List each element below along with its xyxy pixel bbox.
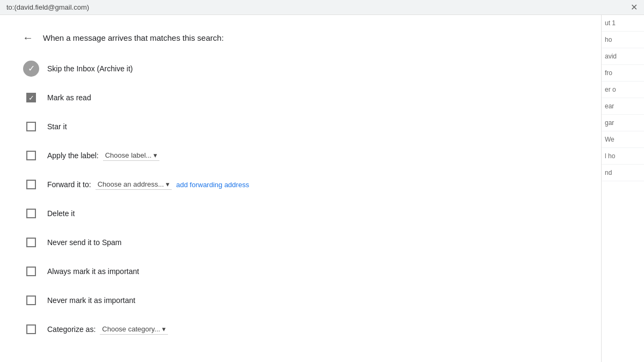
categorize-row: Categorize as: Choose category... ▾: [47, 324, 168, 335]
checkbox-mark-as-read[interactable]: ✓: [26, 93, 36, 102]
snippet-item: We: [602, 131, 644, 148]
dialog-header: ← When a message arrives that matches th…: [21, 31, 580, 44]
apply-label-row: Apply the label: Choose label... ▾: [47, 150, 159, 161]
choose-category-dropdown[interactable]: Choose category... ▾: [100, 324, 168, 335]
snippet-item: er o: [602, 82, 644, 98]
right-snippets-panel: ut 1 ho avid fro er o ear gar We l ho nd: [601, 15, 644, 362]
choose-category-text: Choose category...: [102, 325, 160, 333]
top-bar: to:(david.field@gmail.com) ✕: [0, 0, 644, 15]
option-label-star-it: Star it: [47, 122, 67, 131]
snippet-item: fro: [602, 65, 644, 82]
dropdown-arrow-icon: ▾: [166, 180, 170, 188]
checkbox-forward[interactable]: [26, 180, 36, 189]
checkbox-never-spam[interactable]: [26, 238, 36, 247]
checkbox-wrapper-mark-as-read: ✓: [21, 88, 41, 107]
checkbox-never-important[interactable]: [26, 295, 36, 305]
back-button[interactable]: ←: [21, 31, 34, 44]
option-label-never-important: Never mark it as important: [47, 296, 135, 305]
filter-option-forward: Forward it to: Choose an address... ▾ ad…: [21, 175, 580, 194]
option-label-forward: Forward it to:: [47, 180, 91, 189]
snippet-item: nd: [602, 165, 644, 181]
dialog-title: When a message arrives that matches this…: [43, 33, 224, 42]
option-label-mark-as-read: Mark as read: [47, 93, 91, 102]
filter-option-star-it: Star it: [21, 117, 580, 136]
filter-option-never-spam: Never send it to Spam: [21, 233, 580, 252]
filter-option-mark-as-read: ✓ Mark as read: [21, 88, 580, 107]
snippet-item: l ho: [602, 148, 644, 165]
checkbox-wrapper-apply-label: [21, 146, 41, 165]
option-label-categorize: Categorize as:: [47, 325, 96, 334]
checkbox-wrapper-delete: [21, 204, 41, 223]
choose-label-dropdown[interactable]: Choose label... ▾: [103, 150, 160, 161]
checkmark-icon: ✓: [28, 94, 34, 101]
checkbox-star-it[interactable]: [26, 122, 36, 131]
snippet-item: avid: [602, 48, 644, 65]
checkbox-categorize[interactable]: [26, 324, 36, 334]
checkbox-wrapper-always-important: [21, 262, 41, 281]
checkbox-wrapper-skip-inbox: ✓: [21, 59, 41, 78]
option-label-delete: Delete it: [47, 209, 75, 218]
choose-label-text: Choose label...: [105, 151, 152, 159]
checkbox-wrapper-never-spam: [21, 233, 41, 252]
choose-address-text: Choose an address...: [98, 180, 164, 188]
snippet-item: ut 1: [602, 15, 644, 32]
filter-option-categorize: Categorize as: Choose category... ▾: [21, 320, 580, 339]
forward-row: Forward it to: Choose an address... ▾ ad…: [47, 179, 249, 190]
filter-option-apply-label: Apply the label: Choose label... ▾: [21, 146, 580, 165]
dropdown-arrow-icon: ▾: [162, 325, 166, 333]
checkbox-wrapper-star-it: [21, 117, 41, 136]
option-label-never-spam: Never send it to Spam: [47, 238, 122, 247]
option-label-skip-inbox: Skip the Inbox (Archive it): [47, 64, 133, 73]
option-label-always-important: Always mark it as important: [47, 267, 139, 276]
snippet-item: ear: [602, 98, 644, 115]
checkbox-wrapper-categorize: [21, 320, 41, 339]
filter-option-always-important: Always mark it as important: [21, 262, 580, 281]
add-forwarding-address-link[interactable]: add forwarding address: [176, 181, 249, 189]
checkbox-wrapper-forward: [21, 175, 41, 194]
checkbox-skip-inbox[interactable]: ✓: [23, 61, 39, 77]
filter-option-delete: Delete it: [21, 204, 580, 223]
snippet-item: ho: [602, 32, 644, 48]
filter-dialog-panel: ← When a message arrives that matches th…: [0, 15, 601, 362]
snippet-item: gar: [602, 115, 644, 131]
filter-option-skip-inbox: ✓ Skip the Inbox (Archive it): [21, 59, 580, 78]
checkbox-apply-label[interactable]: [26, 151, 36, 160]
checkmark-icon: ✓: [28, 64, 35, 73]
checkbox-delete[interactable]: [26, 209, 36, 218]
option-label-apply-label: Apply the label:: [47, 151, 99, 160]
search-query-text: to:(david.field@gmail.com): [6, 3, 631, 11]
close-icon[interactable]: ✕: [631, 2, 638, 12]
checkbox-always-important[interactable]: [26, 267, 36, 276]
filter-option-never-important: Never mark it as important: [21, 291, 580, 310]
choose-address-dropdown[interactable]: Choose an address... ▾: [96, 179, 172, 190]
checkbox-wrapper-never-important: [21, 291, 41, 310]
dropdown-arrow-icon: ▾: [153, 151, 157, 159]
